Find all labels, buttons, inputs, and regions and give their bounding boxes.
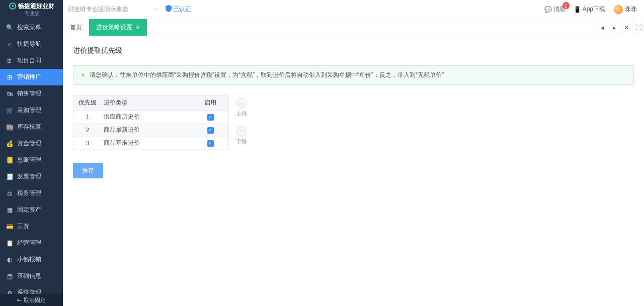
top-bar: 畅捷通好业财 专业版 好业财专业版演示账套 ﹀ 已认证 💬 消息 1 📱 App… [0,0,644,19]
sidebar-item-11[interactable]: ▦固定资产 [0,201,63,218]
sidebar-item-label: 快捷导航 [17,40,41,48]
priority-table: 优先级 进价类型 启用 1供应商历史价✓2商品最新进价✓3商品基准进价✓ [73,95,229,150]
sidebar-item-7[interactable]: 💰资金管理 [0,135,63,152]
sidebar-item-label: 税务管理 [17,189,41,197]
sidebar-item-icon: 💳 [6,223,13,230]
close-icon: ✕ [624,24,629,31]
sidebar-item-6[interactable]: 🏬库存核算 [0,119,63,135]
sidebar-item-1[interactable]: ⌂快捷导航 [0,36,63,52]
move-up-label: 上移 [236,110,247,118]
sidebar-item-icon: 🧾 [6,173,13,180]
sidebar-item-label: 搜索菜单 [17,23,41,32]
messages-button[interactable]: 💬 消息 1 [544,5,566,14]
sidebar-item-3[interactable]: ⊞营销推广 [0,69,63,85]
cell-type: 商品最新进价 [102,124,192,137]
sidebar-item-label: 营销推广 [17,73,41,81]
sidebar-item-14[interactable]: ◐小畅报销 [0,251,63,268]
sidebar-item-label: 库存核算 [17,123,41,131]
sidebar-item-12[interactable]: 💳工资 [0,218,63,235]
cell-priority: 3 [73,137,102,150]
sidebar-item-icon: 📒 [6,157,13,164]
sidebar-item-icon: ◐ [6,256,13,263]
tab-close-all-button[interactable]: ✕ [620,19,632,36]
avatar [613,5,623,15]
tab-1[interactable]: 进价策略设置✕ [89,19,147,36]
sidebar-item-0[interactable]: 🔍搜索菜单 [0,19,63,36]
brand: 畅捷通好业财 专业版 [0,0,63,19]
tab-prev-button[interactable]: ◂ [596,19,608,36]
sidebar-item-5[interactable]: 🛒采购管理 [0,102,63,119]
tab-next-button[interactable]: ▸ [608,19,620,36]
sidebar-item-icon: 🏬 [6,124,13,131]
sidebar-item-13[interactable]: 📋经营管理 [0,235,63,251]
move-down-button[interactable]: ﹀ [236,126,247,137]
close-icon[interactable]: ✕ [135,24,140,31]
move-up-button[interactable]: ︿ [236,98,247,109]
tab-strip: 首页进价策略设置✕ ◂ ▸ ✕ ⛶ [63,19,644,36]
col-priority: 优先级 [73,95,102,111]
caret-left-icon: ◂ [601,24,604,31]
save-button[interactable]: 保存 [73,163,103,178]
table-row[interactable]: 2商品最新进价✓ [73,124,229,137]
chevron-down-icon: ﹀ [153,6,158,13]
brand-edition: 专业版 [24,10,39,17]
chevron-up-icon: ︿ [239,100,244,107]
verified-badge[interactable]: 已认证 [166,5,191,14]
sidebar-item-icon: ⊞ [6,74,13,81]
download-label: App下载 [583,5,605,14]
messages-badge: 1 [562,2,570,9]
sidebar-pin-toggle[interactable]: ⇤ 取消固定 [0,294,63,306]
sidebar-item-label: 发票管理 [17,172,41,181]
move-controls: ︿ 上移 ﹀ 下移 [236,95,247,145]
tenant-name: 好业财专业版演示账套 [68,5,128,14]
table-row[interactable]: 1供应商历史价✓ [73,111,229,124]
brand-logo-icon [9,3,16,10]
sidebar-item-label: 采购管理 [17,106,41,115]
sidebar-item-icon: ⚖ [6,190,13,197]
info-icon: ✧ [80,72,86,79]
col-type: 进价类型 [102,95,192,111]
sidebar-item-label: 项目合同 [17,56,41,65]
brand-name: 畅捷通好业财 [18,2,54,11]
checkbox[interactable]: ✓ [207,114,214,121]
fullscreen-button[interactable]: ⛶ [632,19,644,36]
chat-icon: 💬 [544,6,552,13]
sidebar: 🔍搜索菜单⌂快捷导航🗎项目合同⊞营销推广🛍销售管理🛒采购管理🏬库存核算💰资金管理… [0,19,63,306]
main-content: 进价提取优先级 ✧ 请您确认：往来单位中的供应商“采购报价含税”设置，为“含税”… [63,36,644,306]
shield-icon [166,5,172,14]
verified-label: 已认证 [173,5,191,14]
tab-label: 首页 [70,23,82,32]
cell-priority: 2 [73,124,102,137]
tenant-selector[interactable]: 好业财专业版演示账套 ﹀ [68,5,158,14]
cell-type: 商品基准进价 [102,137,192,150]
user-menu[interactable]: 珠珠 [613,5,637,15]
sidebar-item-2[interactable]: 🗎项目合同 [0,52,63,69]
checkbox[interactable]: ✓ [207,140,214,147]
cell-priority: 1 [73,111,102,124]
collapse-icon: ⇤ [17,297,22,303]
sidebar-item-15[interactable]: ▤基础信息 [0,268,63,284]
cell-enabled: ✓ [192,124,228,137]
col-enabled: 启用 [192,95,228,111]
cell-enabled: ✓ [192,111,228,124]
sidebar-item-8[interactable]: 📒总账管理 [0,152,63,168]
sidebar-item-label: 基础信息 [17,272,41,280]
alert-text: 请您确认：往来单位中的供应商“采购报价含税”设置，为“含税”，取到进价后将自动带… [90,71,444,79]
table-row[interactable]: 3商品基准进价✓ [73,137,229,150]
checkbox[interactable]: ✓ [207,127,214,134]
topbar-right: 💬 消息 1 📱 App下载 珠珠 [544,5,644,15]
sidebar-item-9[interactable]: 🧾发票管理 [0,168,63,185]
phone-icon: 📱 [574,6,581,13]
sidebar-item-10[interactable]: ⚖税务管理 [0,185,63,201]
caret-right-icon: ▸ [613,24,616,31]
tab-0[interactable]: 首页 [63,19,89,36]
app-download-button[interactable]: 📱 App下载 [574,5,605,14]
move-down-label: 下移 [236,138,247,145]
sidebar-item-label: 资金管理 [17,139,41,148]
sidebar-item-label: 工资 [17,222,29,231]
sidebar-item-icon: 🔍 [6,24,13,31]
sidebar-item-label: 小畅报销 [17,255,41,264]
sidebar-item-icon: 📋 [6,240,13,247]
chevron-down-icon: ﹀ [239,128,244,135]
sidebar-item-4[interactable]: 🛍销售管理 [0,85,63,102]
